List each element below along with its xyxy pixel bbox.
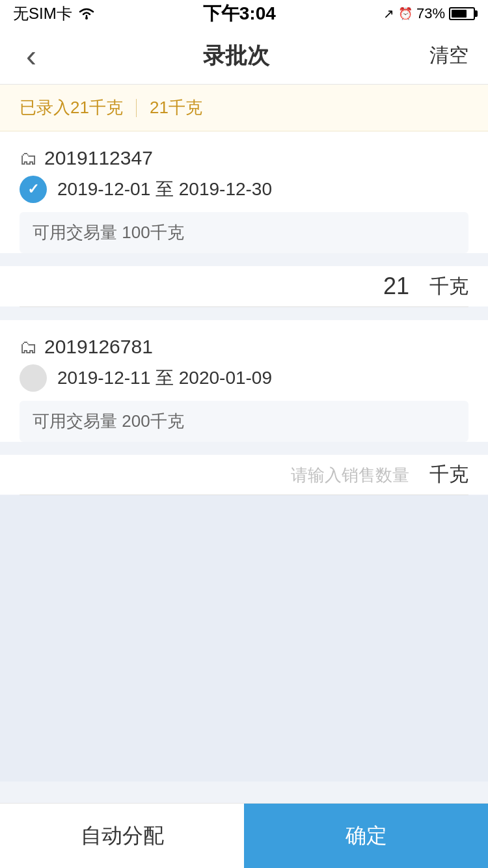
radio-unchecked-2[interactable]: ✓ [20, 364, 47, 392]
batch-card-1: 🗂 2019112347 ✓ 2019-12-01 至 2019-12-30 可… [0, 131, 488, 253]
svg-point-0 [85, 17, 88, 20]
auto-assign-button[interactable]: 自动分配 [0, 804, 244, 868]
quantity-row-1: 千克 [0, 266, 488, 306]
location-icon: ↗ [383, 6, 394, 21]
quantity-row-2: 千克 [0, 455, 488, 495]
status-time: 下午3:04 [203, 1, 276, 26]
page-title: 录批次 [203, 41, 269, 71]
quantity-input-1[interactable] [341, 273, 419, 300]
quantity-input-2[interactable] [237, 465, 419, 485]
status-right: ↗ ⏰ 73% [383, 5, 475, 22]
batch-date-1: 2019-12-01 至 2019-12-30 [57, 177, 272, 202]
batch-id-1: 2019112347 [44, 147, 153, 169]
batch-date-row-2[interactable]: ✓ 2019-12-11 至 2020-01-09 [20, 364, 468, 392]
batch-header-1: 🗂 2019112347 [20, 147, 468, 169]
batch-id-2: 2019126781 [44, 336, 153, 358]
nav-bar: ‹ 录批次 清空 [0, 27, 488, 85]
info-label: 已录入21千克 [20, 96, 123, 119]
batch-date-row-1[interactable]: ✓ 2019-12-01 至 2019-12-30 [20, 176, 468, 203]
status-bar: 无SIM卡 下午3:04 ↗ ⏰ 73% [0, 0, 488, 27]
status-left: 无SIM卡 [13, 3, 96, 24]
section-divider [0, 307, 488, 320]
quantity-unit-1: 千克 [429, 273, 468, 300]
batch-card-2: 🗂 2019126781 ✓ 2019-12-11 至 2020-01-09 可… [0, 320, 488, 442]
bottom-bar: 自动分配 确定 [0, 803, 488, 868]
radio-checked-1[interactable]: ✓ [20, 176, 47, 203]
wifi-icon [77, 7, 96, 20]
confirm-button[interactable]: 确定 [244, 804, 488, 868]
info-banner: 已录入21千克 21千克 [0, 85, 488, 131]
info-value: 21千克 [150, 96, 202, 119]
quantity-unit-2: 千克 [429, 461, 468, 488]
carrier-label: 无SIM卡 [13, 3, 72, 24]
batch-id-icon-2: 🗂 [20, 336, 38, 358]
info-divider [136, 99, 137, 117]
batch-date-2: 2019-12-11 至 2020-01-09 [57, 366, 272, 390]
alarm-icon: ⏰ [398, 7, 413, 21]
clear-button[interactable]: 清空 [429, 42, 468, 69]
battery-icon [449, 7, 475, 20]
batch-header-2: 🗂 2019126781 [20, 336, 468, 358]
battery-percent: 73% [416, 5, 445, 22]
available-row-1: 可用交易量 100千克 [20, 212, 468, 253]
bottom-empty [0, 495, 488, 781]
checkmark-1: ✓ [27, 181, 39, 198]
batch-id-icon-1: 🗂 [20, 148, 38, 169]
back-button[interactable]: ‹ [20, 31, 43, 80]
available-row-2: 可用交易量 200千克 [20, 401, 468, 442]
